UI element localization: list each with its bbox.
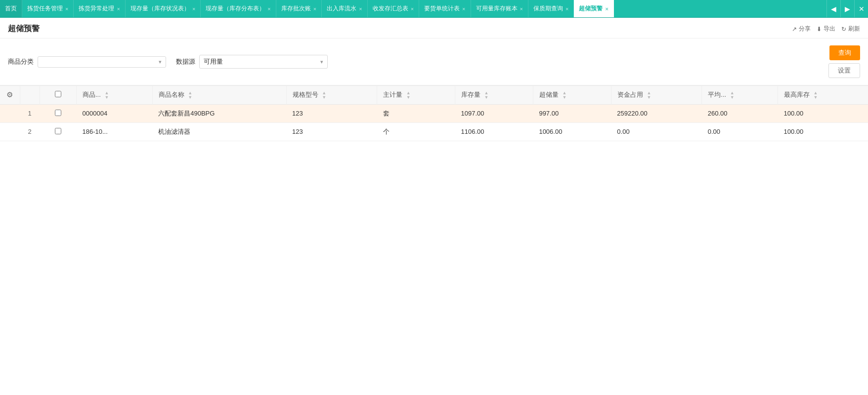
- nav-item-label: 首页: [5, 4, 17, 13]
- cell-avg: 260.00: [702, 104, 778, 122]
- nav-item-label: 超储预警: [579, 4, 603, 13]
- datasource-filter: 数据源 可用量 ▾: [176, 55, 328, 69]
- refresh-button[interactable]: ↻ 刷新: [841, 25, 860, 33]
- col-code[interactable]: 商品... ▲▼: [77, 86, 153, 105]
- nav-close-icon[interactable]: ×: [65, 6, 68, 12]
- share-button[interactable]: ↗ 分享: [792, 25, 811, 33]
- nav-item-收发存汇总表[interactable]: 收发存汇总表×: [368, 0, 419, 18]
- cell-overflow: 1006.00: [533, 122, 611, 141]
- select-all-checkbox[interactable]: [55, 91, 61, 97]
- cell-avg: 0.00: [702, 122, 778, 141]
- sort-spec-icon: ▲▼: [322, 91, 326, 100]
- nav-close-icon[interactable]: ×: [462, 6, 465, 12]
- share-icon: ↗: [792, 26, 797, 33]
- datasource-select-value: 可用量: [204, 57, 223, 66]
- cell-overflow: 997.00: [533, 104, 611, 122]
- cell-code: 0000004: [77, 104, 153, 122]
- cell-code: 186-10...: [77, 122, 153, 141]
- sort-avg-icon: ▲▼: [730, 91, 735, 100]
- nav-close-icon[interactable]: ×: [520, 6, 523, 12]
- nav-item-出入库流水[interactable]: 出入库流水×: [322, 0, 367, 18]
- col-avg[interactable]: 平均... ▲▼: [702, 86, 778, 105]
- nav-item-现存量（库存状况表）[interactable]: 现存量（库存状况表）×: [126, 0, 201, 18]
- page-content: 超储预警 ↗ 分享 ⬇ 导出 ↻ 刷新 商品分类 ▾ 数据源: [0, 18, 868, 395]
- cell-num: 1: [20, 104, 40, 122]
- nav-item-拣货任务管理[interactable]: 拣货任务管理×: [22, 0, 74, 18]
- nav-item-拣货异常处理[interactable]: 拣货异常处理×: [74, 0, 125, 18]
- col-max-stock[interactable]: 最高库存 ▲▼: [778, 86, 868, 105]
- category-filter: 商品分类 ▾: [8, 56, 166, 68]
- nav-item-label: 收发存汇总表: [373, 4, 408, 13]
- sort-code-icon: ▲▼: [104, 91, 109, 100]
- nav-prev-btn[interactable]: ◀: [826, 0, 840, 18]
- sort-capital-icon: ▲▼: [647, 91, 651, 100]
- cell-checkbox: [40, 122, 77, 141]
- cell-spec: 123: [286, 122, 377, 141]
- nav-close-btn[interactable]: ✕: [854, 0, 868, 18]
- col-name[interactable]: 商品名称 ▲▼: [152, 86, 286, 105]
- nav-item-label: 库存批次账: [281, 4, 311, 13]
- sort-stock-icon: ▲▼: [484, 91, 489, 100]
- nav-item-现存量（库存分布表）[interactable]: 现存量（库存分布表）×: [201, 0, 276, 18]
- cell-settings: [0, 122, 20, 141]
- cell-settings: [0, 104, 20, 122]
- header-actions: ↗ 分享 ⬇ 导出 ↻ 刷新: [792, 25, 860, 33]
- col-overflow[interactable]: 超储量 ▲▼: [533, 86, 611, 105]
- category-select[interactable]: ▾: [38, 56, 166, 68]
- nav-item-label: 现存量（库存状况表）: [130, 4, 190, 13]
- cell-name: 机油滤清器: [152, 122, 286, 141]
- datasource-select[interactable]: 可用量 ▾: [199, 55, 328, 69]
- nav-item-要货单统计表[interactable]: 要货单统计表×: [419, 0, 471, 18]
- cell-unit: 个: [377, 122, 455, 141]
- sort-name-icon: ▲▼: [188, 91, 192, 100]
- table-row: 10000004六配套新昌490BPG123套1097.00997.002592…: [0, 104, 868, 122]
- nav-close-icon[interactable]: ×: [605, 6, 608, 12]
- row-checkbox[interactable]: [55, 128, 61, 134]
- col-capital[interactable]: 资金占用 ▲▼: [611, 86, 701, 105]
- filter-area: 商品分类 ▾ 数据源 可用量 ▾ 查询 设置: [0, 39, 868, 85]
- nav-item-库存批次账[interactable]: 库存批次账×: [276, 0, 322, 18]
- nav-close-icon[interactable]: ×: [565, 6, 568, 12]
- cell-unit: 套: [377, 104, 455, 122]
- cell-max-stock: 100.00: [778, 122, 868, 141]
- query-button[interactable]: 查询: [829, 45, 860, 60]
- column-settings-icon[interactable]: ⚙: [6, 90, 13, 99]
- nav-item-首页[interactable]: 首页: [0, 0, 22, 18]
- nav-close-icon[interactable]: ×: [117, 6, 120, 12]
- page-header: 超储预警 ↗ 分享 ⬇ 导出 ↻ 刷新: [0, 18, 868, 39]
- datasource-chevron-icon: ▾: [320, 59, 323, 65]
- refresh-icon: ↻: [841, 26, 846, 33]
- cell-stock: 1106.00: [455, 122, 533, 141]
- category-chevron-icon: ▾: [159, 59, 162, 65]
- data-table: ⚙ 商品... ▲▼ 商品名称 ▲▼ 规格型号: [0, 85, 868, 141]
- nav-item-保质期查询[interactable]: 保质期查询×: [528, 0, 574, 18]
- row-checkbox[interactable]: [55, 110, 61, 116]
- col-settings: ⚙: [0, 86, 20, 105]
- nav-item-label: 现存量（库存分布表）: [206, 4, 265, 13]
- export-icon: ⬇: [817, 26, 822, 33]
- cell-max-stock: 100.00: [778, 104, 868, 122]
- datasource-label: 数据源: [176, 57, 195, 66]
- nav-item-label: 保质期查询: [533, 4, 563, 13]
- nav-item-超储预警[interactable]: 超储预警×: [574, 0, 613, 18]
- nav-close-icon[interactable]: ×: [267, 6, 270, 12]
- nav-close-icon[interactable]: ×: [313, 6, 316, 12]
- col-checkbox-header: [40, 86, 77, 105]
- nav-next-btn[interactable]: ▶: [840, 0, 854, 18]
- page-title: 超储预警: [8, 24, 40, 34]
- col-stock[interactable]: 库存量 ▲▼: [455, 86, 533, 105]
- filter-buttons: 查询 设置: [828, 45, 860, 78]
- col-spec[interactable]: 规格型号 ▲▼: [286, 86, 377, 105]
- sort-overflow-icon: ▲▼: [563, 91, 567, 100]
- table-wrapper: ⚙ 商品... ▲▼ 商品名称 ▲▼ 规格型号: [0, 85, 868, 141]
- nav-item-label: 出入库流水: [327, 4, 356, 13]
- nav-close-icon[interactable]: ×: [359, 6, 362, 12]
- settings-button[interactable]: 设置: [828, 63, 860, 78]
- export-button[interactable]: ⬇ 导出: [817, 25, 835, 33]
- nav-item-可用量库存账本[interactable]: 可用量库存账本×: [471, 0, 528, 18]
- nav-item-label: 要货单统计表: [424, 4, 460, 13]
- cell-capital: 0.00: [611, 122, 701, 141]
- col-unit[interactable]: 主计量 ▲▼: [377, 86, 455, 105]
- nav-close-icon[interactable]: ×: [411, 6, 414, 12]
- nav-close-icon[interactable]: ×: [192, 6, 195, 12]
